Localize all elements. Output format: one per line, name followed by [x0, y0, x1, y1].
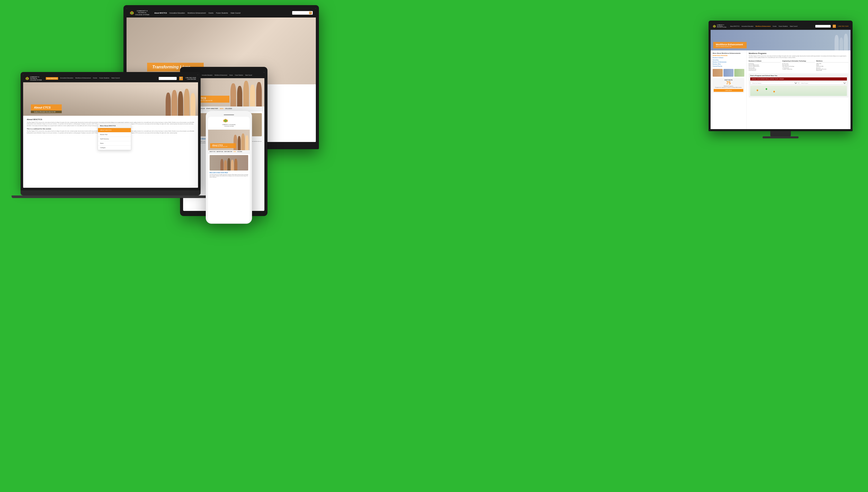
tablet-sub-news[interactable]: NEWS [220, 108, 223, 109]
lp2 [172, 90, 177, 116]
laptop-nav-grants[interactable]: Grants [93, 77, 97, 80]
dh1 [835, 35, 839, 50]
desktop-nav-about[interactable]: About WVCTCS [730, 25, 739, 27]
desktop-cat-business-title: Business & Software [749, 60, 781, 63]
laptop-nav-about[interactable]: About WVCTCS [46, 77, 58, 80]
laptop-logo: COMMUNITY & TECHNICALCOLLEGE SYSTEM [25, 76, 43, 81]
desktop-find-section: Find a Program and School Near You GROW … [749, 73, 848, 97]
desktop-hero-overlay: Workforce Enhancement Skills & Credentia… [713, 42, 747, 48]
tablet-nav-future[interactable]: Future Students [235, 75, 243, 76]
desktop-base [763, 136, 798, 138]
sidebar-img-3 [734, 69, 744, 77]
dc-item-w6[interactable]: Natural Health [816, 70, 848, 71]
monitor-nav-state-council[interactable]: State Council [230, 12, 241, 14]
laptop-nav-state-council[interactable]: State Council [111, 77, 120, 80]
laptop-search-bar[interactable] [159, 77, 177, 80]
laptop-hero-title: About CTCS [34, 106, 59, 109]
desktop-sidebar-workforce-label: WORKFORCE PROGRAMS [713, 55, 744, 56]
pi1 [220, 159, 223, 171]
desktop-cat-engineering-title: Engineering & Information Technology [783, 60, 815, 63]
phone-sub-colleges[interactable]: COLLEGES [237, 151, 242, 152]
tablet-nav-innovative[interactable]: Innovative Education [202, 75, 213, 76]
laptop-nav-innovative[interactable]: Innovative Education [60, 77, 73, 80]
phone-logo-text-1: COMMUNITY & TECHNICAL [222, 124, 235, 125]
ds-item-3[interactable]: Business Of Administrative [713, 62, 744, 63]
monitor-nav-innovative[interactable]: Innovative Education [170, 12, 185, 14]
laptop-nav-links: About WVCTCS Innovative Education Workfo… [46, 77, 156, 80]
tablet-nav-workforce[interactable]: Workforce Enhancement [215, 75, 227, 76]
tp3 [243, 81, 249, 106]
monitor-nav-about[interactable]: About WVCTCS [154, 12, 167, 14]
desktop-screen: COMMUNITY & TECHNICALCOLLEGE SYSTEM Abou… [711, 23, 850, 129]
phone-sub-staff[interactable]: STAFF DIRECTORY [224, 151, 232, 152]
sidebar-img-1 [713, 69, 723, 77]
laptop-dropdown-item-master[interactable]: Master Plan [98, 132, 131, 137]
dh2 [840, 38, 843, 50]
phone-sub-news[interactable]: NEWS [233, 151, 237, 152]
lp3 [178, 91, 183, 116]
phone-content: New Learn & Earn Gives Back Learn & Earn… [208, 153, 250, 179]
laptop-device: COMMUNITY & TECHNICALCOLLEGE SYSTEM Abou… [21, 72, 201, 206]
laptop-dropdown-item-staff[interactable]: Staff Directory [98, 137, 131, 141]
laptop-dropdown-item-colleges[interactable]: Colleges [98, 146, 131, 150]
phone-sub-nav: ABOUT CTCS MASTER PLAN STAFF DIRECTORY N… [208, 150, 250, 153]
desktop-cat-business: Business & Software Bookkeeping Business… [749, 60, 781, 72]
phone-article-title[interactable]: New Learn & Earn Gives Back [209, 172, 248, 173]
phone-hero-subtitle: Quality & Affordable Education for WV [212, 146, 234, 147]
monitor-nav-workforce[interactable]: Workforce Enhancement [188, 12, 206, 14]
desktop-nav-grants[interactable]: Grants [773, 25, 776, 27]
ds-item-1[interactable]: Business & Software [713, 57, 744, 59]
phone-frame: COMMUNITY & TECHNICAL COLLEGE SYSTEM Abo… [206, 110, 252, 224]
desktop-ff-learn-more[interactable]: LEARN MORE [714, 89, 743, 92]
phone-hero: About CTCS Quality & Affordable Educatio… [208, 130, 250, 150]
pi3 [227, 158, 230, 171]
desktop-program-select[interactable]: Select Program [799, 81, 847, 84]
laptop-search-button[interactable]: 🔍 [179, 77, 183, 80]
desktop-logo-text: COMMUNITY & TECHNICALCOLLEGE SYSTEM [717, 24, 728, 28]
desktop-industry-select[interactable]: Choose an Industry [750, 81, 798, 84]
monitor-search-bar[interactable]: 🔍 [292, 11, 313, 15]
desktop-ff-sub: Programs for employers to assist in trai… [714, 87, 743, 88]
tablet-nav-grants[interactable]: Grants [229, 75, 233, 76]
desktop-navbar: COMMUNITY & TECHNICALCOLLEGE SYSTEM Abou… [711, 23, 850, 30]
phone-hero-title: About CTCS [212, 144, 234, 146]
tablet-nav-state-council[interactable]: State Council [245, 75, 252, 76]
phone-sub-about[interactable]: ABOUT CTCS [209, 151, 216, 152]
desktop-search-button[interactable]: 🔍 [833, 25, 836, 28]
desktop-map-area [750, 85, 847, 96]
desktop-cat-workforce: Workforce CAN & CPN Health Health & life… [816, 60, 848, 72]
laptop-dropdown-item-about[interactable]: ABOUT WVCTCS [98, 128, 131, 132]
phone-hero-overlay: About CTCS Quality & Affordable Educatio… [210, 143, 236, 148]
tablet-sub-colleges[interactable]: COLLEGES [225, 108, 232, 109]
laptop-nav-future[interactable]: Future Students [99, 77, 109, 80]
tablet-sub-staff[interactable]: STAFF DIRECTORY [206, 108, 218, 109]
laptop-base [21, 190, 201, 195]
laptop-dropdown-header: More About WVCTCS [98, 124, 131, 128]
map-pin-2 [765, 88, 767, 90]
desktop-logo-icon [713, 24, 716, 28]
laptop-nav-workforce[interactable]: Workforce Enhancement [75, 77, 91, 80]
desktop-nav-future[interactable]: Future Students [778, 25, 788, 27]
desktop-sidebar-images [713, 69, 744, 77]
lp4 [184, 89, 190, 116]
ds-item-2[interactable]: Accounting [713, 59, 744, 61]
pi4 [231, 160, 234, 171]
monitor-search-icon[interactable]: 🔍 [309, 11, 312, 14]
dc-item-e5[interactable]: Computer Programming [783, 69, 815, 70]
ds-item-5[interactable]: Financial Planning [713, 66, 744, 67]
desktop-search-bar[interactable] [815, 25, 831, 27]
tp2 [237, 86, 242, 106]
monitor-nav-grants[interactable]: Grants [208, 12, 214, 14]
phone-sub-master[interactable]: MASTER PLAN [217, 151, 223, 152]
desktop-nav-state-council[interactable]: State Council [790, 25, 797, 27]
desktop-phone-number: 1-866-TWO-YEAR [838, 25, 848, 27]
laptop-dropdown-item-news[interactable]: News [98, 141, 131, 146]
desktop-nav-workforce[interactable]: Workforce Enhancement [755, 25, 771, 27]
desktop-nav-innovative[interactable]: Innovative Education [741, 25, 753, 27]
map-pin-3 [773, 91, 775, 93]
desktop-stand [770, 131, 791, 136]
ds-item-4[interactable]: Business Office [713, 64, 744, 65]
desktop-cat-engineering: Engineering & Information Technology A+ … [783, 60, 815, 72]
dc-item-b6[interactable]: Human Resources [749, 70, 781, 71]
monitor-nav-future[interactable]: Future Students [216, 12, 228, 14]
